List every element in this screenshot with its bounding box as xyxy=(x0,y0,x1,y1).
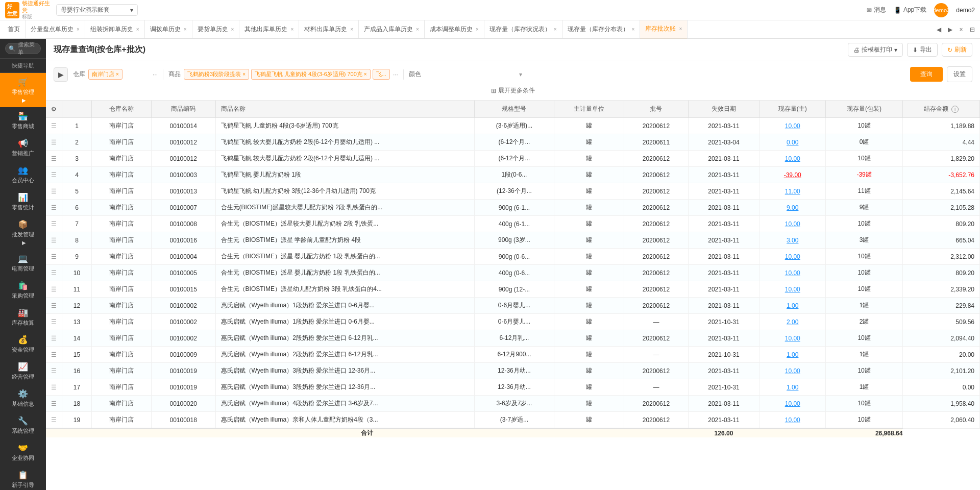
tab-close-7[interactable]: × xyxy=(476,27,479,32)
industry-selector[interactable]: 母婴行业演示账套 ▾ xyxy=(56,4,138,16)
sidebar-search[interactable]: 🔍 搜索菜单 xyxy=(0,39,46,59)
row-qty-main-12[interactable]: 2.00 xyxy=(760,314,826,330)
tab-prev-btn[interactable]: ◀ xyxy=(934,24,944,35)
row-qty-main-15[interactable]: 10.00 xyxy=(760,363,826,379)
tab-9[interactable]: 现存量（库存分布表） × xyxy=(562,20,641,39)
tab-close-1[interactable]: × xyxy=(136,27,139,32)
row-select-15[interactable]: ☰ xyxy=(46,363,62,379)
row-select-12[interactable]: ☰ xyxy=(46,314,62,330)
row-qty-main-1[interactable]: 0.00 xyxy=(760,134,826,151)
row-qty-main-10[interactable]: 10.00 xyxy=(760,281,826,298)
refresh-btn[interactable]: ↻ 刷新 xyxy=(942,43,972,57)
tab-close-all-btn[interactable]: × xyxy=(956,24,966,35)
print-btn[interactable]: 🖨 按模板打印 ▾ xyxy=(848,43,903,57)
row-qty-main-7[interactable]: 3.00 xyxy=(760,232,826,249)
tab-10[interactable]: 库存批次账 × xyxy=(640,20,688,39)
message-btn[interactable]: ✉ 消息 xyxy=(867,6,886,14)
row-select-1[interactable]: ☰ xyxy=(46,134,62,151)
row-qty-main-18[interactable]: 10.00 xyxy=(760,412,826,429)
tab-8[interactable]: 现存量（库存状况表） × xyxy=(484,20,562,39)
row-qty-main-11[interactable]: 1.00 xyxy=(760,298,826,314)
row-select-6[interactable]: ☰ xyxy=(46,216,62,232)
tab-close-4[interactable]: × xyxy=(290,27,293,32)
row-qty-main-14[interactable]: 1.00 xyxy=(760,347,826,363)
sidebar-item-wholesale[interactable]: 📦 批发管理 ▶ xyxy=(0,215,46,250)
sidebar-shortcut[interactable]: 快捷导航 xyxy=(0,59,46,73)
tab-close-6[interactable]: × xyxy=(416,27,419,32)
row-select-8[interactable]: ☰ xyxy=(46,249,62,265)
amount-tooltip-icon[interactable]: i xyxy=(951,106,959,113)
row-select-4[interactable]: ☰ xyxy=(46,183,62,200)
sidebar-item-retail-mgmt[interactable]: 🛒 零售管理 ▶ xyxy=(0,73,46,107)
row-qty-main-0[interactable]: 10.00 xyxy=(760,118,826,134)
sidebar-item-members[interactable]: 👥 会员中心 xyxy=(0,161,46,188)
app-download-btn[interactable]: 📱 App下载 xyxy=(894,6,926,14)
row-select-14[interactable]: ☰ xyxy=(46,347,62,363)
sidebar-item-purchase[interactable]: 🛍️ 采购管理 xyxy=(0,277,46,304)
tab-3[interactable]: 要货单历史 × xyxy=(192,20,240,39)
product-tag-more[interactable]: 飞... xyxy=(373,69,390,80)
sidebar-item-system[interactable]: 🔧 系统管理 xyxy=(0,412,46,439)
row-select-0[interactable]: ☰ xyxy=(46,118,62,134)
row-select-16[interactable]: ☰ xyxy=(46,379,62,396)
row-select-11[interactable]: ☰ xyxy=(46,298,62,314)
tab-next-btn[interactable]: ▶ xyxy=(945,24,955,35)
tab-close-3[interactable]: × xyxy=(231,27,234,32)
tab-close-2[interactable]: × xyxy=(184,27,187,32)
product-filter-more[interactable]: ··· xyxy=(393,71,398,78)
tab-home[interactable]: 首页 xyxy=(3,20,26,39)
warehouse-tag-0[interactable]: 南岸门店 × xyxy=(88,69,122,80)
settings-btn[interactable]: 设置 xyxy=(947,66,972,82)
sidebar-item-ecommerce[interactable]: 💻 电商管理 xyxy=(0,250,46,277)
product-tag-close-0[interactable]: × xyxy=(242,71,246,77)
tab-7[interactable]: 成本调整单历史 × xyxy=(425,20,484,39)
row-qty-main-13[interactable]: 10.00 xyxy=(760,330,826,347)
sidebar-item-finance[interactable]: 💰 资金管理 xyxy=(0,331,46,358)
warehouse-filter-more[interactable]: ··· xyxy=(153,71,158,78)
tab-5[interactable]: 材料出库单历史 × xyxy=(299,20,359,39)
tab-0[interactable]: 分量盘点单历史 × xyxy=(26,20,85,39)
row-qty-main-16[interactable]: 1.00 xyxy=(760,379,826,396)
warehouse-tag-close-0[interactable]: × xyxy=(116,71,119,77)
tab-4[interactable]: 其他出库单历史 × xyxy=(239,20,299,39)
tab-close-10[interactable]: × xyxy=(679,26,682,32)
sidebar-search-box[interactable]: 🔍 搜索菜单 xyxy=(5,43,41,54)
row-qty-main-6[interactable]: 10.00 xyxy=(760,216,826,232)
tab-2[interactable]: 调拨单历史 × xyxy=(145,20,192,39)
tab-6[interactable]: 产成品入库单历史 × xyxy=(359,20,425,39)
row-qty-main-9[interactable]: 10.00 xyxy=(760,265,826,281)
sidebar-item-guide[interactable]: 📋 新手引导 xyxy=(0,466,46,490)
expand-more-btn[interactable]: ⊞ 展开更多条件 xyxy=(491,86,535,95)
row-select-3[interactable]: ☰ xyxy=(46,167,62,183)
row-qty-main-8[interactable]: 10.00 xyxy=(760,249,826,265)
avatar[interactable]: demo2 xyxy=(934,3,948,17)
row-select-2[interactable]: ☰ xyxy=(46,151,62,167)
row-select-9[interactable]: ☰ xyxy=(46,265,62,281)
tab-menu-btn[interactable]: ⊟ xyxy=(967,24,977,35)
color-filter-more[interactable]: ▾ xyxy=(519,71,522,78)
sidebar-item-collab[interactable]: 🤝 企业协同 xyxy=(0,439,46,466)
row-select-5[interactable]: ☰ xyxy=(46,200,62,216)
tab-close-9[interactable]: × xyxy=(632,27,635,32)
row-qty-main-2[interactable]: 10.00 xyxy=(760,151,826,167)
export-btn[interactable]: ⬇ 导出 xyxy=(907,43,938,57)
row-select-18[interactable]: ☰ xyxy=(46,412,62,429)
product-tag-0[interactable]: 飞鹤奶粉3段阶段提装 × xyxy=(184,69,249,80)
tab-close-0[interactable]: × xyxy=(77,27,80,32)
row-select-13[interactable]: ☰ xyxy=(46,330,62,347)
sidebar-item-inventory[interactable]: 🏭 库存核算 xyxy=(0,304,46,331)
product-tag-close-1[interactable]: × xyxy=(364,71,367,77)
tab-close-8[interactable]: × xyxy=(554,27,557,32)
sidebar-item-basics[interactable]: ⚙️ 基础信息 xyxy=(0,385,46,412)
row-qty-main-17[interactable]: 10.00 xyxy=(760,396,826,412)
sidebar-item-retail-store[interactable]: 🏪 零售商城 xyxy=(0,107,46,134)
sidebar-item-retail-stats[interactable]: 📊 零售统计 xyxy=(0,188,46,215)
sidebar-item-marketing[interactable]: 📢 营销推广 xyxy=(0,134,46,161)
row-select-17[interactable]: ☰ xyxy=(46,396,62,412)
filter-expand-btn[interactable]: ▶ xyxy=(54,67,68,82)
settings-icon[interactable]: ⚙ xyxy=(51,106,57,113)
row-qty-main-3[interactable]: -39.00 xyxy=(760,167,826,183)
row-select-7[interactable]: ☰ xyxy=(46,232,62,249)
tab-1[interactable]: 组装拆卸单历史 × xyxy=(85,20,145,39)
sidebar-item-operations[interactable]: 📈 经营管理 xyxy=(0,358,46,385)
